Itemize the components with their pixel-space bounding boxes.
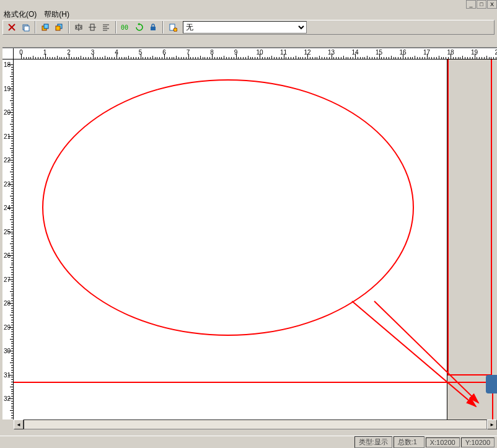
send-back-button[interactable] [53,21,65,33]
toolbar: 00 无 [2,20,495,35]
svg-rect-15 [151,27,156,30]
status-y: Y:10200 [461,437,495,447]
ruler-horizontal: 01234567891011121314151617181920 [14,48,497,59]
digits-button[interactable]: 00 [120,21,132,33]
svg-rect-7 [56,26,60,30]
work-area: 01234567891011121314151617181920 1819202… [2,47,497,436]
horizontal-scrollbar[interactable]: ◄ ► [14,419,497,429]
separator [68,21,69,33]
close-button[interactable]: X [487,0,497,9]
scroll-right-arrow[interactable]: ► [487,419,497,429]
svg-rect-5 [44,24,48,29]
side-tab[interactable] [486,375,497,393]
delete-button[interactable] [6,21,18,33]
maximize-button[interactable]: □ [477,0,486,9]
ruler-corner [2,48,14,59]
status-type: 类型:显示 [354,436,392,448]
status-bar: 类型:显示 总数:1 X:10200 Y:10200 [0,436,497,448]
svg-text:00: 00 [121,24,128,31]
ellipse-shape[interactable] [42,79,414,336]
lock-button[interactable] [147,21,159,33]
properties-button[interactable] [167,21,179,33]
minimize-button[interactable]: _ [466,0,476,9]
status-x: X:10200 [426,437,460,447]
separator [115,21,117,33]
bring-front-button[interactable] [39,21,51,33]
separator [162,21,164,33]
canvas-page[interactable] [14,59,447,419]
refresh-button[interactable] [133,21,146,33]
menu-bar: 格式化(O) 帮助(H) [0,9,497,20]
status-count: 总数:1 [394,436,424,448]
menu-help[interactable]: 帮助(H) [44,9,69,20]
copy-page-button[interactable] [19,21,32,33]
svg-rect-3 [24,26,29,31]
scroll-left-arrow[interactable]: ◄ [14,419,24,429]
svg-point-17 [174,28,177,32]
scroll-track[interactable] [24,419,487,429]
ruler-vertical: 18192021222324252627282930313233 [2,59,14,419]
canvas-viewport[interactable] [14,59,497,419]
separator [35,21,36,33]
width-button[interactable] [73,21,85,33]
align-button[interactable] [100,21,112,33]
style-select[interactable]: 无 [183,21,307,33]
height-button[interactable] [86,21,99,33]
annotation-rect-right [447,59,492,376]
menu-format[interactable]: 格式化(O) [4,9,37,20]
